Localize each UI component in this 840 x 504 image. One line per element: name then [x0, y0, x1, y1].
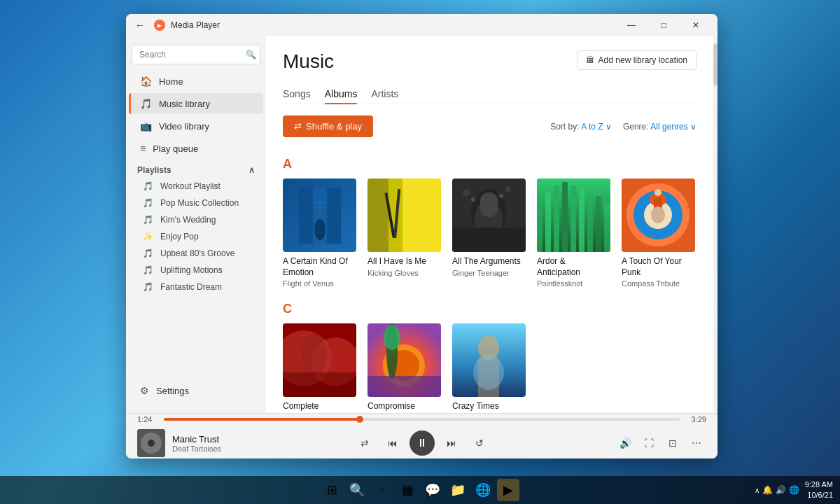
- repeat-button[interactable]: ↺: [468, 432, 491, 454]
- search-icon[interactable]: 🔍: [246, 50, 256, 59]
- maximize-button[interactable]: □: [648, 14, 680, 36]
- page-title: Music: [283, 50, 334, 73]
- playlist-item-pop[interactable]: 🎵 Pop Music Collection: [126, 195, 266, 211]
- svg-rect-22: [545, 192, 551, 252]
- tray-expand[interactable]: ∧: [755, 486, 760, 494]
- playlists-label: Playlists: [137, 165, 172, 175]
- now-playing-info: Manic Trust Deaf Tortoises: [172, 434, 221, 453]
- svg-rect-21: [537, 200, 542, 252]
- album-cover-compromise: [368, 323, 441, 397]
- playlist-label-wedding: Kim's Wedding: [160, 215, 216, 225]
- fullscreen-button[interactable]: ⛶: [639, 433, 659, 453]
- task-view-button[interactable]: ▫: [371, 479, 393, 501]
- nav-item-music-library[interactable]: 🎵 Music library: [129, 93, 263, 114]
- scroll-thumb[interactable]: [713, 43, 718, 85]
- search-box: 🔍: [132, 45, 260, 64]
- nav-item-play-queue[interactable]: ≡ Play queue: [129, 138, 263, 159]
- playlist-item-wedding[interactable]: 🎵 Kim's Wedding: [126, 211, 266, 228]
- album-card-complete-strangers[interactable]: Complete Strangers Corbin Revival: [283, 323, 356, 413]
- settings-nav-item[interactable]: ⚙ Settings: [129, 380, 263, 401]
- nav-item-home[interactable]: 🏠 Home: [129, 71, 263, 92]
- shuffle-button[interactable]: ⇄: [354, 432, 376, 454]
- pause-button[interactable]: ⏸: [410, 430, 435, 456]
- album-card-all-arguments[interactable]: All The Arguments Ginger Teenager: [452, 178, 526, 288]
- start-button[interactable]: ⊞: [321, 479, 343, 501]
- widgets-button[interactable]: ▦: [396, 479, 419, 501]
- system-clock[interactable]: 9:28 AM 10/6/21: [805, 479, 833, 501]
- svg-rect-43: [283, 372, 356, 397]
- playlists-collapse-icon[interactable]: ∧: [248, 165, 255, 175]
- volume-tray-icon[interactable]: 🔊: [776, 485, 786, 495]
- album-card-crazy-times[interactable]: Crazy Times Saving Gabrielle: [452, 323, 526, 413]
- settings-section: ⚙ Settings: [126, 374, 266, 407]
- next-button[interactable]: ⏭: [440, 432, 463, 454]
- back-button[interactable]: ←: [132, 17, 148, 34]
- notification-icon[interactable]: 🔔: [762, 485, 773, 495]
- album-title-all-arguments: All The Arguments: [452, 256, 526, 267]
- app-icon: ▶: [154, 20, 165, 31]
- chat-button[interactable]: 💬: [421, 479, 444, 501]
- playlist-item-workout[interactable]: 🎵 Workout Playlist: [126, 178, 266, 195]
- window-controls: — □ ✕: [615, 14, 712, 36]
- taskbar-search[interactable]: 🔍: [346, 479, 368, 501]
- playlist-item-fantastic[interactable]: 🎵 Fantastic Dream: [126, 279, 266, 295]
- close-button[interactable]: ✕: [680, 14, 712, 36]
- add-library-button[interactable]: 🏛 Add new library location: [577, 50, 696, 70]
- tab-songs[interactable]: Songs: [283, 84, 311, 104]
- playlist-item-enjoy-pop[interactable]: ✨ Enjoy Pop: [126, 228, 266, 245]
- genre-value[interactable]: All genres ∨: [650, 122, 696, 132]
- album-card-touch-punk[interactable]: A Touch Of Your Punk Compass Tribute: [622, 178, 695, 288]
- nav-item-home-label: Home: [159, 76, 183, 87]
- sort-value[interactable]: A to Z ∨: [581, 122, 612, 132]
- playlist-icon-pop: 🎵: [143, 198, 153, 208]
- minimize-button[interactable]: —: [615, 14, 648, 36]
- svg-point-17: [471, 197, 475, 202]
- tab-albums[interactable]: Albums: [325, 84, 358, 104]
- playlist-icon-upbeat: 🎵: [143, 248, 153, 258]
- play-queue-icon: ≡: [140, 143, 146, 154]
- album-cover-all-arguments: [452, 178, 526, 252]
- browser-button[interactable]: 🌐: [472, 479, 494, 501]
- album-card-all-i-have[interactable]: All I Have Is Me Kicking Gloves: [368, 178, 441, 288]
- section-c-header: C: [283, 302, 696, 316]
- playlist-icon-wedding: 🎵: [143, 215, 153, 225]
- album-card-compromise[interactable]: Compromise Moves Fast Pete Brown: [368, 323, 441, 413]
- miniplayer-button[interactable]: ⊡: [663, 433, 682, 453]
- album-grid-c: Complete Strangers Corbin Revival: [283, 323, 696, 413]
- title-bar: ← ▶ Media Player — □ ✕: [126, 14, 718, 36]
- progress-bar[interactable]: [164, 418, 680, 421]
- album-card-certain-kind[interactable]: T A Certain Kind Of Emotion Flight of Ve…: [283, 178, 356, 288]
- track-artist: Deaf Tortoises: [172, 444, 221, 453]
- album-cover-ardor: [537, 178, 610, 252]
- nav-item-video-library[interactable]: 📺 Video library: [129, 115, 263, 136]
- content-area: Music 🏛 Add new library location Songs: [266, 36, 713, 413]
- album-artist-touch-punk: Compass Tribute: [622, 279, 695, 288]
- shuffle-play-button[interactable]: ⇄ Shuffle & play: [283, 115, 373, 137]
- svg-rect-24: [562, 182, 568, 252]
- scrollbar[interactable]: [713, 36, 718, 413]
- volume-button[interactable]: 🔊: [615, 433, 635, 453]
- album-title-touch-punk: A Touch Of Your Punk: [622, 256, 695, 278]
- playlist-icon-enjoy-pop: ✨: [143, 232, 153, 241]
- album-card-ardor[interactable]: Ardor & Anticipation Pointlessknot: [537, 178, 610, 288]
- search-input[interactable]: [132, 45, 260, 64]
- svg-rect-25: [570, 186, 576, 252]
- main-layout: 🔍 🏠 Home 🎵 Music library 📺 Video library…: [126, 36, 718, 413]
- svg-point-48: [384, 325, 400, 350]
- album-title-complete-strangers: Complete Strangers: [283, 401, 356, 413]
- playlist-item-uplifting[interactable]: 🎵 Uplifting Motions: [126, 262, 266, 279]
- album-cover-touch-punk: [622, 178, 695, 252]
- explorer-button[interactable]: 📁: [447, 479, 469, 501]
- svg-marker-9: [368, 178, 388, 252]
- previous-button[interactable]: ⏮: [382, 432, 404, 454]
- media-player-taskbar[interactable]: ▶: [497, 479, 519, 501]
- playlist-label-upbeat: Upbeat 80's Groove: [160, 248, 234, 258]
- album-thumbnail: [137, 429, 165, 457]
- album-cover-crazy-times: [452, 323, 526, 397]
- more-options-button[interactable]: ⋯: [687, 433, 706, 453]
- tab-artists[interactable]: Artists: [371, 84, 398, 104]
- network-icon[interactable]: 🌐: [789, 485, 799, 495]
- shuffle-label: Shuffle & play: [306, 121, 362, 132]
- svg-rect-49: [368, 376, 441, 397]
- playlist-item-upbeat[interactable]: 🎵 Upbeat 80's Groove: [126, 245, 266, 262]
